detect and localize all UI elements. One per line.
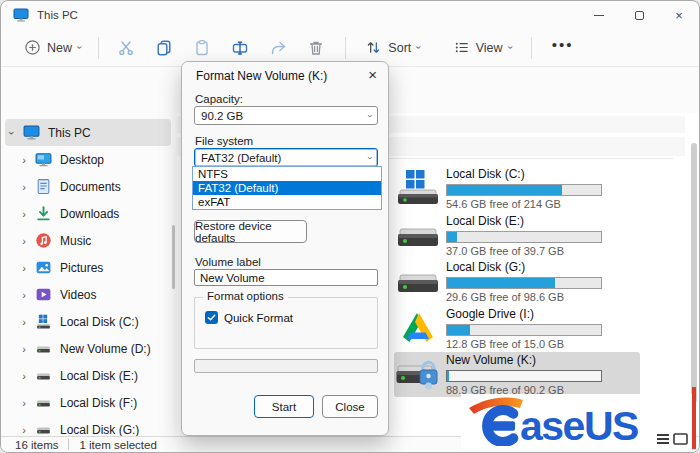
sidebar-item-label: Videos <box>60 288 96 302</box>
drive-usage-fill <box>447 371 449 381</box>
start-button[interactable]: Start <box>254 395 314 418</box>
bitlocker-drive-icon <box>396 356 440 392</box>
drive-usage-fill <box>447 325 470 335</box>
status-divider <box>68 439 69 450</box>
cut-button[interactable] <box>107 32 145 64</box>
share-button[interactable] <box>259 32 297 64</box>
monitor-icon <box>23 124 40 141</box>
tree-expand-chevron[interactable]: › <box>17 208 31 220</box>
tree-expand-chevron[interactable]: › <box>6 126 18 140</box>
tree-expand-chevron[interactable]: › <box>17 343 31 355</box>
checkbox-checked-icon[interactable] <box>205 311 218 324</box>
capacity-combobox[interactable]: 90.2 GB › <box>194 106 378 125</box>
sidebar-item-local-disk-f[interactable]: › Local Disk (F:) <box>5 389 171 416</box>
paste-button[interactable] <box>183 32 221 64</box>
tree-expand-chevron[interactable]: › <box>17 289 31 301</box>
more-options-button[interactable]: ••• <box>542 36 584 59</box>
tree-expand-chevron[interactable]: › <box>17 181 31 193</box>
screen-outline-icon <box>674 434 687 444</box>
dropdown-option-ntfs[interactable]: NTFS <box>193 167 381 181</box>
chevron-down-icon: › <box>365 156 375 159</box>
view-button[interactable]: View › <box>444 32 521 64</box>
sidebar-item-downloads[interactable]: › Downloads <box>5 200 171 227</box>
sidebar-item-local-disk-c[interactable]: › Local Disk (C:) <box>5 308 171 335</box>
drive-tile-local-disk-e[interactable]: Local Disk (E:) 37.0 GB free of 39.7 GB <box>394 213 640 258</box>
volume-label-input[interactable] <box>194 269 378 286</box>
sidebar-scrollbar[interactable] <box>172 225 175 289</box>
drive-usage-bar <box>446 231 602 243</box>
desktop-icon <box>35 151 52 168</box>
dialog-close-button[interactable]: × <box>368 66 377 83</box>
drive-tile-local-disk-g[interactable]: Local Disk (G:) 29.6 GB free of 98.6 GB <box>394 259 640 304</box>
sidebar-item-local-disk-e[interactable]: › Local Disk (E:) <box>5 362 171 389</box>
copy-button[interactable] <box>145 32 183 64</box>
dialog-close-action-button[interactable]: Close <box>322 395 378 418</box>
easeus-watermark: aseUS <box>461 394 696 449</box>
tree-expand-chevron[interactable]: › <box>17 235 31 247</box>
copy-icon <box>155 39 173 57</box>
drive-tile-google-drive-i[interactable]: Google Drive (I:) 12.8 GB free of 15.0 G… <box>394 306 640 351</box>
restore-defaults-button[interactable]: Restore device defaults <box>194 220 307 243</box>
title-bar: This PC × <box>1 1 699 29</box>
toolbar-divider <box>98 37 99 59</box>
filesystem-dropdown-list: NTFS FAT32 (Default) exFAT <box>192 166 382 210</box>
cut-icon <box>117 39 135 57</box>
filesystem-value: FAT32 (Default) <box>201 152 368 164</box>
menu-lines-icon <box>657 434 669 444</box>
sidebar-item-label: Music <box>60 234 91 248</box>
music-icon <box>35 232 52 249</box>
minimize-icon <box>594 15 604 16</box>
sidebar-item-documents[interactable]: › Documents <box>5 173 171 200</box>
delete-button[interactable] <box>297 32 335 64</box>
dropdown-option-fat32[interactable]: FAT32 (Default) <box>193 181 381 195</box>
format-options-label: Format options <box>203 290 288 302</box>
new-button-label: New <box>47 41 72 55</box>
navigation-pane: › This PC › Desktop › Documents › Downlo… <box>1 113 177 436</box>
sidebar-item-music[interactable]: › Music <box>5 227 171 254</box>
trash-icon <box>307 39 325 57</box>
sidebar-item-label: New Volume (D:) <box>60 342 151 356</box>
sidebar-item-desktop[interactable]: › Desktop <box>5 146 171 173</box>
drive-usage-bar <box>446 184 602 196</box>
rename-button[interactable] <box>221 32 259 64</box>
tree-expand-chevron[interactable]: › <box>17 370 31 382</box>
close-icon: × <box>368 66 377 83</box>
drive-name: Local Disk (E:) <box>446 214 524 228</box>
tree-expand-chevron[interactable]: › <box>17 424 31 436</box>
quick-format-option[interactable]: Quick Format <box>205 311 293 324</box>
paste-icon <box>193 39 211 57</box>
drive-tile-new-volume-k[interactable]: New Volume (K:) 88.9 GB free of 90.2 GB <box>394 352 640 397</box>
sort-button[interactable]: Sort › <box>356 32 429 64</box>
quick-format-label: Quick Format <box>224 312 293 324</box>
tree-expand-chevron[interactable]: › <box>17 397 31 409</box>
minimize-button[interactable] <box>579 1 619 29</box>
tree-expand-chevron[interactable]: › <box>17 316 31 328</box>
sidebar-item-label: Documents <box>60 180 121 194</box>
new-button[interactable]: New › <box>15 32 90 64</box>
dropdown-option-exfat[interactable]: exFAT <box>193 195 381 209</box>
filesystem-combobox[interactable]: FAT32 (Default) › <box>194 148 378 167</box>
sidebar-item-pictures[interactable]: › Pictures <box>5 254 171 281</box>
sidebar-item-new-volume-d[interactable]: › New Volume (D:) <box>5 335 171 362</box>
drive-name: Local Disk (G:) <box>446 260 525 274</box>
toolbar-divider <box>531 37 532 59</box>
drive-icon <box>396 263 440 299</box>
share-icon <box>269 39 287 57</box>
drive-usage-fill <box>447 185 562 195</box>
watermark-red-edge <box>692 387 696 449</box>
sidebar-item-videos[interactable]: › Videos <box>5 281 171 308</box>
sidebar-item-label: Local Disk (C:) <box>60 315 139 329</box>
content-scrollbar[interactable] <box>691 143 697 403</box>
maximize-button[interactable] <box>619 1 659 29</box>
documents-icon <box>35 178 52 195</box>
view-button-label: View <box>476 41 503 55</box>
window-title: This PC <box>37 9 78 21</box>
format-options-group: Format options Quick Format <box>194 297 378 349</box>
sidebar-item-this-pc[interactable]: › This PC <box>5 119 171 146</box>
drive-tile-local-disk-c[interactable]: Local Disk (C:) 54.6 GB free of 214 GB <box>394 166 640 211</box>
drive-icon <box>35 367 52 384</box>
tree-expand-chevron[interactable]: › <box>17 262 31 274</box>
drive-name: New Volume (K:) <box>446 353 536 367</box>
tree-expand-chevron[interactable]: › <box>17 154 31 166</box>
close-button[interactable]: × <box>659 1 699 29</box>
